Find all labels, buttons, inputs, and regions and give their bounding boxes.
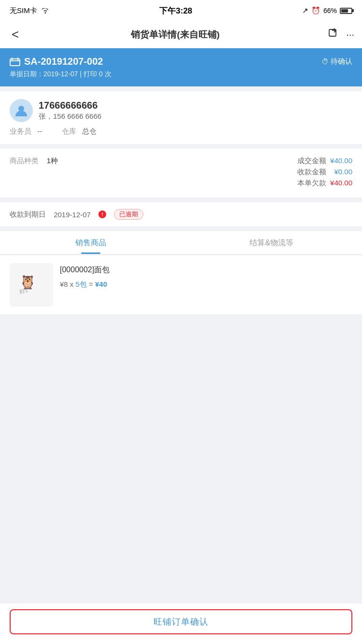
transaction-label: 成交金额 [297,156,326,166]
due-date-section: 收款到期日 2019-12-07 ! 已逾期 [0,202,362,226]
svg-text:鲜+: 鲜+ [19,288,28,294]
customer-phone: 17666666666 [39,100,101,111]
customer-name: 张，156 6666 6666 [39,112,101,121]
alarm-icon: ⏰ [311,6,320,15]
more-icon[interactable]: ··· [346,29,354,40]
product-info: [0000002]面包 ¥8 x 5包 = ¥40 [60,263,352,289]
warning-icon: ! [98,210,106,218]
customer-card: 17666666666 张，156 6666 6666 业务员 -- 仓库 总仓 [0,91,362,144]
product-equals: = [89,280,95,288]
carrier-text: 无SIM卡 [10,6,37,15]
location-icon: ↗ [302,6,308,15]
order-status: ⏱ 待确认 [321,57,352,66]
products-section: 🦉 鲜+ [0000002]面包 ¥8 x 5包 = ¥40 [0,255,362,314]
warehouse-label: 仓库 [62,127,76,135]
sales-rep-value: -- [38,127,42,135]
transaction-value: ¥40.00 [330,156,352,166]
back-button[interactable]: < [8,23,23,46]
product-multiply: x [70,280,76,288]
customer-meta: 业务员 -- 仓库 总仓 [10,127,352,136]
tabs-section: 销售商品 结算&物流等 [0,231,362,254]
product-item: 🦉 鲜+ [0000002]面包 ¥8 x 5包 = ¥40 [10,263,352,307]
status-bar-left: 无SIM卡 [10,6,50,15]
status-bar-right: ↗ ⏰ 66% [302,6,352,15]
due-date-label: 收款到期日 [10,210,46,219]
bottom-area [0,314,362,411]
svg-rect-1 [10,59,20,66]
received-label: 收款金额 [297,168,326,177]
tab-settlement[interactable]: 结算&物流等 [181,231,362,254]
order-header: SA-20191207-002 ⏱ 待确认 单据日期：2019-12-07 | … [0,48,362,86]
warehouse-value: 总仓 [82,127,97,135]
nav-actions: ··· [328,28,354,41]
product-thumbnail: 🦉 鲜+ [10,263,53,307]
confirm-order-button[interactable]: 旺铺订单确认 [10,609,352,634]
owed-value: ¥40.00 [330,179,352,188]
bottom-button-area: 旺铺订单确认 [0,603,362,644]
amounts-block: 成交金额 ¥40.00 收款金额 ¥0.00 本单欠款 ¥40.00 [297,156,352,190]
order-id: SA-20191207-002 [10,56,103,67]
page-title: 销货单详情(来自旺铺) [23,28,328,41]
share-icon[interactable] [328,28,338,41]
order-date: 单据日期：2019-12-07 | 打印 0 次 [10,70,352,79]
summary-section: 商品种类 1种 成交金额 ¥40.00 收款金额 ¥0.00 本单欠款 ¥40.… [0,149,362,197]
product-quantity: 5包 [76,280,87,288]
battery-percentage: 66% [323,7,337,14]
owed-label: 本单欠款 [297,179,326,188]
product-types-label: 商品种类 [10,156,39,165]
product-price: ¥8 [60,280,68,288]
due-date-value: 2019-12-07 [54,210,91,219]
status-bar: 无SIM卡 下午3:28 ↗ ⏰ 66% [0,0,362,21]
product-logo: 🦉 鲜+ [18,272,45,297]
tab-sales-products[interactable]: 销售商品 [0,231,181,254]
overdue-badge: 已逾期 [114,209,143,220]
clock-icon: ⏱ [321,57,329,66]
received-value: ¥0.00 [334,168,352,177]
battery-icon [340,8,352,14]
avatar [10,99,33,122]
product-price-row: ¥8 x 5包 = ¥40 [60,280,352,289]
wifi-icon [41,7,50,15]
product-name: [0000002]面包 [60,265,352,275]
product-types-value: 1种 [47,156,58,165]
nav-bar: < 销货单详情(来自旺铺) ··· [0,21,362,48]
product-total: ¥40 [95,280,107,288]
status-bar-time: 下午3:28 [159,5,192,16]
sales-rep-label: 业务员 [10,127,31,135]
